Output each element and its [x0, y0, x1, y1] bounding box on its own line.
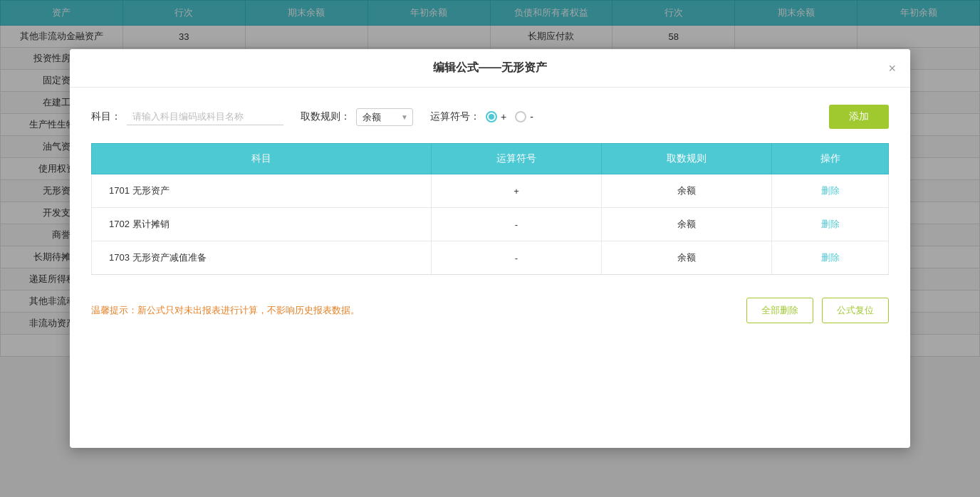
delete-row-button[interactable]: 删除	[821, 252, 840, 263]
formula-rule: 余额	[602, 174, 772, 208]
radio-plus-circle	[486, 111, 497, 122]
formula-row: 1701 无形资产+余额删除	[92, 174, 889, 208]
table-header-row: 科目 运算符号 取数规则 操作	[92, 144, 889, 174]
rule-select-wrapper: 余额 借方 贷方 ▼	[356, 108, 413, 126]
reset-button[interactable]: 公式复位	[822, 298, 889, 323]
formula-action: 删除	[772, 174, 889, 208]
operator-group: 运算符号： + -	[430, 110, 533, 123]
footer-buttons: 全部删除 公式复位	[746, 298, 889, 323]
form-row: 科目： 取数规则： 余额 借方 贷方 ▼ 运算符号：	[91, 105, 889, 129]
delete-row-button[interactable]: 删除	[821, 185, 840, 196]
modal-dialog: 编辑公式——无形资产 × 科目： 取数规则： 余额 借方 贷方	[70, 49, 910, 448]
radio-plus-label: +	[501, 111, 506, 122]
delete-all-button[interactable]: 全部删除	[746, 298, 813, 323]
formula-rule: 余额	[602, 208, 772, 241]
tip-text: 温馨提示：新公式只对未出报表进行计算，不影响历史报表数据。	[91, 304, 360, 317]
th-subject: 科目	[92, 144, 432, 174]
formula-operator: -	[431, 241, 601, 275]
formula-action: 删除	[772, 241, 889, 275]
radio-minus[interactable]: -	[515, 111, 533, 122]
formula-subject: 1701 无形资产	[92, 174, 432, 208]
add-button[interactable]: 添加	[829, 105, 889, 129]
delete-row-button[interactable]: 删除	[821, 219, 840, 229]
close-button[interactable]: ×	[888, 62, 896, 75]
formula-subject: 1702 累计摊销	[92, 208, 432, 241]
formula-action: 删除	[772, 208, 889, 241]
th-operator: 运算符号	[431, 144, 601, 174]
radio-minus-label: -	[530, 111, 533, 122]
rule-label: 取数规则：	[301, 110, 350, 123]
radio-minus-circle	[515, 111, 526, 122]
operator-label: 运算符号：	[430, 110, 480, 123]
radio-plus[interactable]: +	[486, 111, 506, 122]
modal-footer: 温馨提示：新公式只对未出报表进行计算，不影响历史报表数据。 全部删除 公式复位	[70, 286, 910, 330]
formula-row: 1703 无形资产减值准备-余额删除	[92, 241, 889, 275]
formula-rule: 余额	[602, 241, 772, 275]
th-rule: 取数规则	[602, 144, 772, 174]
subject-label: 科目：	[91, 110, 121, 123]
rule-group: 取数规则： 余额 借方 贷方 ▼	[301, 108, 413, 126]
modal-header: 编辑公式——无形资产 ×	[70, 49, 910, 88]
formula-row: 1702 累计摊销-余额删除	[92, 208, 889, 241]
subject-input[interactable]	[127, 108, 283, 125]
rule-select[interactable]: 余额 借方 贷方	[356, 108, 413, 126]
subject-group: 科目：	[91, 108, 283, 125]
radio-group: + -	[486, 111, 533, 122]
modal-overlay: 编辑公式——无形资产 × 科目： 取数规则： 余额 借方 贷方	[0, 0, 980, 497]
formula-operator: +	[431, 174, 601, 208]
formula-subject: 1703 无形资产减值准备	[92, 241, 432, 275]
th-action: 操作	[772, 144, 889, 174]
formula-operator: -	[431, 208, 601, 241]
modal-title: 编辑公式——无形资产	[433, 61, 547, 73]
formula-table: 科目 运算符号 取数规则 操作 1701 无形资产+余额删除1702 累计摊销-…	[91, 143, 889, 275]
modal-body: 科目： 取数规则： 余额 借方 贷方 ▼ 运算符号：	[70, 88, 910, 286]
